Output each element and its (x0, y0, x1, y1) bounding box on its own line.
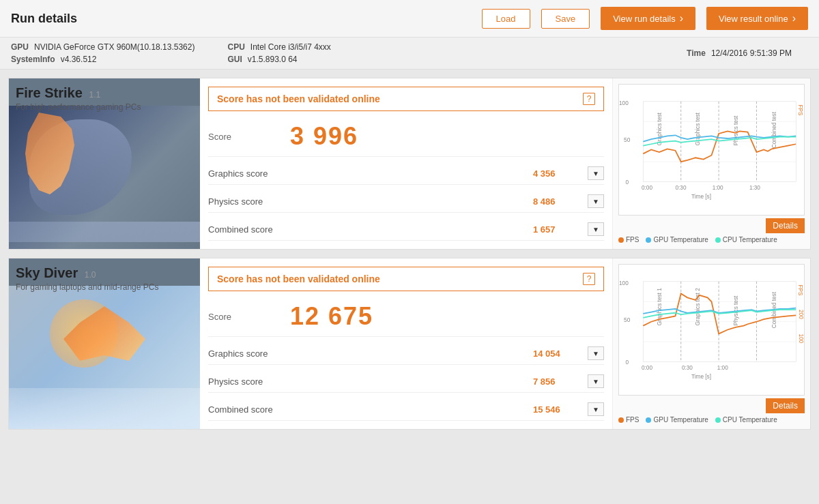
svg-text:100: 100 (619, 100, 629, 106)
legend-dot-1 (646, 417, 651, 423)
sub-score-row-2: Combined score 15 546 ▼ (208, 398, 604, 421)
svg-text:1:00: 1:00 (717, 365, 728, 371)
save-button[interactable]: Save (541, 9, 590, 29)
gpu-info-cell: GPU NVIDIA GeForce GTX 960M(10.18.13.536… (11, 42, 203, 53)
sub-score-label-1: Physics score (208, 196, 533, 207)
chart-area-fire-strike: Graphics test Graphics test Physics test… (618, 84, 805, 216)
sub-score-value-2: 15 546 (533, 404, 588, 415)
chart-area-sky-diver: Graphics test 1 Graphics test 2 Physics … (618, 264, 805, 396)
sub-score-label-2: Combined score (208, 404, 533, 415)
chart-legend-fire-strike: FPS GPU Temperature CPU Temperature (618, 236, 805, 243)
svg-text:FPS: FPS (797, 105, 803, 117)
bench-version-fire-strike: 1.1 (89, 90, 100, 100)
svg-text:100: 100 (798, 333, 804, 343)
svg-text:0:00: 0:00 (642, 185, 652, 191)
sub-score-value-0: 14 054 (533, 349, 588, 359)
view-result-online-button[interactable]: View result online › (706, 7, 808, 30)
bench-image-fire-strike: Fire Strike 1.1 For high performance gam… (9, 78, 200, 249)
gui-info-cell: GUI v1.5.893.0 64 (227, 54, 339, 65)
benchmarks-container: Fire Strike 1.1 For high performance gam… (0, 78, 819, 430)
sub-score-value-1: 8 486 (533, 196, 588, 207)
legend-dot-0 (618, 237, 624, 243)
sub-score-label-0: Graphics score (208, 168, 533, 179)
svg-text:Combined test: Combined test (771, 111, 777, 148)
svg-text:1:00: 1:00 (713, 185, 723, 191)
legend-item-0: FPS (618, 416, 639, 424)
chart-legend-sky-diver: FPS GPU Temperature CPU Temperature (618, 416, 805, 424)
sub-score-row-0: Graphics score 14 054 ▼ (208, 342, 604, 365)
legend-dot-1 (646, 237, 651, 243)
score-label-fire-strike: Score (208, 132, 290, 142)
score-status-fire-strike: Score has not been validated online (217, 93, 380, 104)
legend-label-2: CPU Temperature (723, 236, 777, 243)
sub-score-row-0: Graphics score 4 356 ▼ (208, 162, 604, 185)
legend-item-1: GPU Temperature (646, 236, 708, 243)
svg-text:FPS: FPS (797, 285, 803, 297)
svg-text:Physics test: Physics test (733, 115, 739, 146)
arrow-right-icon: › (680, 12, 683, 25)
legend-label-0: FPS (626, 236, 639, 243)
svg-text:0: 0 (625, 179, 629, 186)
legend-dot-0 (618, 417, 624, 423)
legend-item-1: GPU Temperature (646, 416, 708, 424)
svg-text:0:30: 0:30 (675, 185, 686, 191)
score-status-sky-diver: Score has not been validated online (217, 273, 380, 284)
bench-subtitle-sky-diver: For gaming laptops and mid-range PCs (16, 282, 193, 292)
benchmark-sky-diver: Sky Diver 1.0 For gaming laptops and mid… (8, 258, 811, 430)
system-info-bar: GPU NVIDIA GeForce GTX 960M(10.18.13.536… (0, 38, 819, 70)
bench-middle-fire-strike: Score has not been validated online ? Sc… (200, 78, 612, 249)
cpu-value: Intel Core i3/i5/i7 4xxx (250, 42, 331, 52)
sub-score-label-0: Graphics score (208, 349, 533, 359)
svg-text:Graphics test 2: Graphics test 2 (695, 288, 701, 326)
sub-score-row-1: Physics score 8 486 ▼ (208, 190, 604, 213)
legend-dot-2 (715, 237, 721, 243)
bench-image-sky-diver: Sky Diver 1.0 For gaming laptops and mid… (9, 258, 200, 429)
gui-value: v1.5.893.0 64 (248, 55, 298, 64)
legend-dot-2 (715, 417, 721, 423)
gpu-info-group: GPU NVIDIA GeForce GTX 960M(10.18.13.536… (11, 42, 211, 65)
bench-title-sky-diver: Sky Diver (16, 265, 78, 280)
time-info-cell: Time 12/4/2016 9:51:39 PM (687, 42, 800, 65)
sub-score-expand-btn-2[interactable]: ▼ (588, 402, 604, 416)
time-label: Time (687, 48, 706, 58)
svg-text:200: 200 (798, 310, 804, 319)
score-header-sky-diver: Score has not been validated online ? (208, 267, 604, 291)
sysinfo-info-cell: SystemInfo v4.36.512 (11, 54, 203, 65)
sub-score-expand-btn-0[interactable]: ▼ (588, 166, 604, 180)
bench-title-fire-strike: Fire Strike (16, 85, 83, 100)
details-button-fire-strike[interactable]: Details (766, 218, 805, 233)
legend-item-2: CPU Temperature (715, 416, 777, 424)
svg-text:0: 0 (625, 359, 629, 366)
sub-score-expand-btn-2[interactable]: ▼ (588, 222, 604, 236)
score-main-fire-strike: Score 3 996 (208, 117, 604, 157)
sub-score-expand-btn-1[interactable]: ▼ (588, 194, 604, 208)
score-value-sky-diver: 12 675 (290, 302, 373, 331)
bench-subtitle-fire-strike: For high performance gaming PCs (16, 102, 193, 112)
sub-score-row-1: Physics score 7 856 ▼ (208, 370, 604, 393)
time-value: 12/4/2016 9:51:39 PM (711, 48, 792, 58)
svg-text:0:00: 0:00 (642, 365, 652, 371)
sysinfo-value: v4.36.512 (61, 55, 97, 64)
legend-label-2: CPU Temperature (723, 416, 777, 424)
bench-version-sky-diver: 1.0 (85, 270, 96, 280)
details-button-sky-diver[interactable]: Details (766, 398, 805, 413)
view-run-details-button[interactable]: View run details › (601, 7, 695, 30)
header-bar: Run details Load Save View run details ›… (0, 0, 819, 38)
svg-text:100: 100 (619, 280, 629, 286)
sub-score-expand-btn-0[interactable]: ▼ (588, 346, 604, 360)
score-label-sky-diver: Score (208, 312, 290, 322)
score-question-btn-fire-strike[interactable]: ? (583, 93, 595, 105)
sub-score-value-0: 4 356 (533, 168, 588, 179)
svg-text:50: 50 (624, 317, 631, 323)
legend-label-1: GPU Temperature (653, 236, 708, 243)
legend-label-0: FPS (626, 416, 639, 424)
sub-score-value-2: 1 657 (533, 224, 588, 235)
sub-score-label-2: Combined score (208, 224, 533, 235)
bench-chart-fire-strike: Graphics test Graphics test Physics test… (612, 78, 810, 249)
score-question-btn-sky-diver[interactable]: ? (583, 273, 595, 285)
legend-label-1: GPU Temperature (653, 416, 708, 424)
svg-text:Time [s]: Time [s] (691, 194, 711, 200)
gpu-label: GPU (11, 42, 29, 52)
load-button[interactable]: Load (482, 9, 530, 29)
sub-score-expand-btn-1[interactable]: ▼ (588, 374, 604, 388)
